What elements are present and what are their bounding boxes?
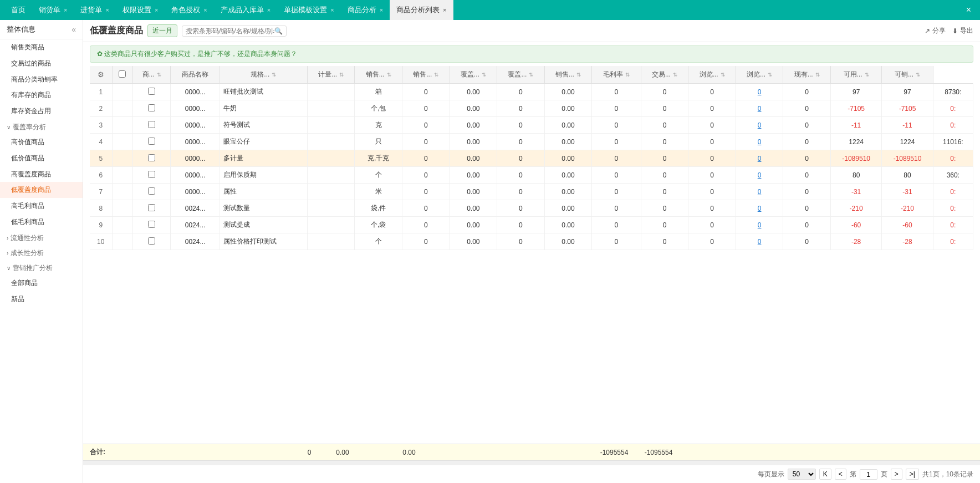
row-browse1[interactable]: 0 bbox=[736, 150, 783, 167]
sidebar-group-growth[interactable]: ›成长性分析 bbox=[0, 245, 83, 260]
row-spec bbox=[307, 84, 355, 100]
th-code[interactable]: 商...⇅ bbox=[133, 66, 171, 84]
browse-link[interactable]: 0 bbox=[758, 221, 762, 229]
sidebar-item-low-profit[interactable]: 低毛利商品 bbox=[0, 214, 83, 230]
close-icon[interactable]: × bbox=[267, 7, 270, 13]
browse-link[interactable]: 0 bbox=[758, 121, 762, 129]
sidebar-item-capital[interactable]: 库存资金占用 bbox=[0, 103, 83, 119]
close-icon[interactable]: × bbox=[105, 7, 109, 13]
close-icon[interactable]: × bbox=[64, 7, 67, 13]
first-page-button[interactable]: K bbox=[819, 469, 831, 480]
browse-link[interactable]: 0 bbox=[758, 205, 762, 212]
browse-link[interactable]: 0 bbox=[758, 171, 762, 179]
period-button[interactable]: 近一月 bbox=[147, 24, 177, 37]
search-icon[interactable]: 🔍 bbox=[274, 27, 283, 35]
tab-products-in[interactable]: 产成品入库单 × bbox=[214, 0, 277, 20]
row-checkbox[interactable] bbox=[133, 200, 171, 217]
row-browse1[interactable]: 0 bbox=[736, 233, 783, 250]
row-browse1[interactable]: 0 bbox=[736, 167, 783, 184]
sidebar-item-in-stock[interactable]: 有库存的商品 bbox=[0, 87, 83, 103]
sidebar-item-new-goods[interactable]: 新品 bbox=[0, 291, 83, 307]
gear-icon[interactable]: ⚙ bbox=[98, 70, 104, 79]
search-input[interactable] bbox=[186, 27, 274, 35]
table-container[interactable]: ⚙ 商...⇅ 商品名称 规格...⇅ 计量...⇅ 销售...⇅ 销售...⇅… bbox=[83, 66, 980, 444]
close-icon[interactable]: × bbox=[443, 7, 446, 13]
row-checkbox[interactable] bbox=[133, 150, 171, 167]
row-browse2: 0 bbox=[783, 167, 831, 184]
th-gross-margin[interactable]: 毛利率⇅ bbox=[592, 66, 641, 84]
row-browse1[interactable]: 0 bbox=[736, 84, 783, 100]
row-checkbox[interactable] bbox=[133, 84, 171, 100]
close-all-button[interactable]: × bbox=[962, 5, 976, 15]
sidebar-item-traded-goods[interactable]: 交易过的商品 bbox=[0, 55, 83, 72]
sidebar-item-low-value[interactable]: 低价值商品 bbox=[0, 150, 83, 166]
sidebar-group-marketing[interactable]: ∨营销推广分析 bbox=[0, 260, 83, 275]
th-browse2[interactable]: 浏览...⇅ bbox=[736, 66, 783, 84]
sidebar-group-flow[interactable]: ›流通性分析 bbox=[0, 230, 83, 245]
sidebar-item-all-goods[interactable]: 全部商品 bbox=[0, 275, 83, 291]
sidebar-collapse-btn[interactable]: « bbox=[72, 25, 76, 34]
browse-link[interactable]: 0 bbox=[758, 188, 762, 196]
export-button[interactable]: ⬇ 导出 bbox=[952, 26, 973, 35]
th-spec[interactable]: 规格...⇅ bbox=[220, 66, 307, 84]
sidebar-item-high-profit[interactable]: 高毛利商品 bbox=[0, 198, 83, 214]
row-checkbox[interactable] bbox=[133, 167, 171, 184]
prev-page-button[interactable]: < bbox=[835, 469, 846, 480]
tab-role-auth[interactable]: 角色授权 × bbox=[165, 0, 213, 20]
row-checkbox[interactable] bbox=[133, 217, 171, 233]
row-checkbox[interactable] bbox=[133, 184, 171, 200]
sidebar-item-high-value[interactable]: 高价值商品 bbox=[0, 134, 83, 150]
row-checkbox[interactable] bbox=[133, 117, 171, 134]
page-input[interactable] bbox=[860, 469, 877, 480]
th-browse1[interactable]: 浏览...⇅ bbox=[688, 66, 736, 84]
row-browse1[interactable]: 0 bbox=[736, 100, 783, 117]
browse-link[interactable]: 0 bbox=[758, 155, 762, 162]
close-icon[interactable]: × bbox=[330, 7, 334, 13]
tab-purchase-order[interactable]: 进货单 × bbox=[74, 0, 115, 20]
th-transaction[interactable]: 交易...⇅ bbox=[641, 66, 688, 84]
th-coverage2[interactable]: 覆盖...⇅ bbox=[497, 66, 545, 84]
th-current-stock[interactable]: 现有...⇅ bbox=[783, 66, 831, 84]
next-page-button[interactable]: > bbox=[891, 469, 902, 480]
sidebar-item-sales-goods[interactable]: 销售类商品 bbox=[0, 39, 83, 55]
browse-link[interactable]: 0 bbox=[758, 88, 762, 96]
browse-link[interactable]: 0 bbox=[758, 105, 762, 113]
sidebar-item-goods-turnover[interactable]: 商品分类动销率 bbox=[0, 72, 83, 88]
row-browse1[interactable]: 0 bbox=[736, 134, 783, 150]
row-browse1[interactable]: 0 bbox=[736, 200, 783, 217]
share-button[interactable]: ↗ 分享 bbox=[925, 26, 946, 35]
row-browse1[interactable]: 0 bbox=[736, 184, 783, 200]
th-available[interactable]: 可用...⇅ bbox=[830, 66, 881, 84]
close-icon[interactable]: × bbox=[155, 7, 158, 13]
last-page-button[interactable]: >| bbox=[906, 469, 919, 480]
th-unit[interactable]: 计量...⇅ bbox=[307, 66, 355, 84]
tab-sales-order[interactable]: 销货单 × bbox=[32, 0, 74, 20]
tab-permissions[interactable]: 权限设置 × bbox=[116, 0, 165, 20]
row-browse1[interactable]: 0 bbox=[736, 117, 783, 134]
th-sales-qty[interactable]: 销售...⇅ bbox=[355, 66, 402, 84]
select-all-checkbox[interactable] bbox=[119, 70, 126, 78]
row-checkbox[interactable] bbox=[133, 100, 171, 117]
tab-home[interactable]: 首页 bbox=[4, 0, 32, 20]
sidebar-item-high-coverage[interactable]: 高覆盖度商品 bbox=[0, 166, 83, 182]
close-icon[interactable]: × bbox=[380, 7, 383, 13]
th-coverage1[interactable]: 覆盖...⇅ bbox=[450, 66, 497, 84]
sidebar-item-low-coverage[interactable]: 低覆盖度商品 bbox=[0, 182, 83, 198]
th-sellable[interactable]: 可销...⇅ bbox=[882, 66, 933, 84]
browse-link[interactable]: 0 bbox=[758, 238, 762, 246]
row-checkbox[interactable] bbox=[133, 134, 171, 150]
tab-goods-analysis[interactable]: 商品分析 × bbox=[341, 0, 390, 20]
browse-link[interactable]: 0 bbox=[758, 138, 762, 146]
scrollbar-area[interactable] bbox=[83, 460, 980, 465]
th-sales-info[interactable]: 销售...⇅ bbox=[544, 66, 592, 84]
tab-template-settings[interactable]: 单据模板设置 × bbox=[277, 0, 340, 20]
th-sales-amt[interactable]: 销售...⇅ bbox=[402, 66, 450, 84]
tab-goods-analysis-list[interactable]: 商品分析列表 × bbox=[390, 0, 453, 20]
page-size-select[interactable]: 50 20 100 bbox=[788, 469, 816, 480]
th-settings[interactable]: ⚙ bbox=[90, 66, 112, 84]
sidebar-group-coverage[interactable]: ∨覆盖率分析 bbox=[0, 119, 83, 134]
row-checkbox[interactable] bbox=[133, 233, 171, 250]
th-checkbox[interactable] bbox=[112, 66, 133, 84]
close-icon[interactable]: × bbox=[203, 7, 207, 13]
row-browse1[interactable]: 0 bbox=[736, 217, 783, 233]
